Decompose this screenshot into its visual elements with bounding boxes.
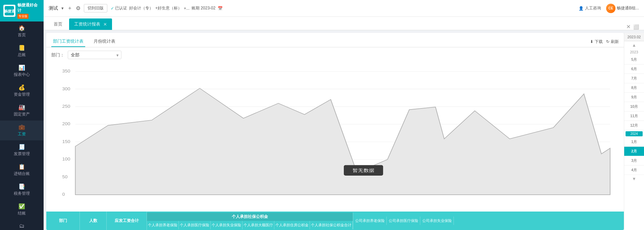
sidebar-item-sales[interactable]: 📋 进销台账 [0, 160, 44, 180]
sales-icon: 📋 [18, 164, 25, 170]
main-panel: 部门工资统计表 月份统计表 ⬇ 下载 ↻ 刷新 [46, 33, 624, 230]
refresh-button[interactable]: ↻ 刷新 [606, 39, 619, 45]
download-button[interactable]: ⬇ 下载 [590, 39, 603, 45]
tab-home-label: 首页 [54, 21, 62, 27]
download-label: 下载 [595, 39, 603, 45]
badge-certified-label: 已认证 [115, 5, 127, 11]
col-total-salary: 应发工资合计 [107, 212, 147, 230]
date-month-6[interactable]: 6月 [624, 64, 644, 74]
topbar-right: 👤 人工咨询 CE 畅捷通B组... [579, 4, 639, 13]
badge-good-accounting: 好会计（专） [129, 5, 153, 11]
y-label-50: 50 [62, 175, 68, 179]
ai-consult-label: 人工咨询 [585, 5, 601, 11]
y-label-200: 200 [62, 122, 70, 126]
subtab-bar: 部门工资统计表 月份统计表 ⬇ 下载 ↻ 刷新 [46, 33, 624, 47]
y-label-350: 350 [62, 69, 70, 74]
subtab-actions: ⬇ 下载 ↻ 刷新 [590, 39, 619, 45]
subtab-dept[interactable]: 部门工资统计表 [51, 36, 85, 47]
date-year-2023: 2023 [624, 49, 644, 55]
date-nav-down[interactable]: ▼ [624, 175, 644, 183]
user-profile-button[interactable]: CE 畅捷通B组... [606, 4, 639, 13]
date-nav-up[interactable]: ▲ [624, 41, 644, 49]
date-month-8[interactable]: 8月 [624, 83, 644, 93]
topbar-title: 测试 [49, 5, 58, 11]
filter-bar: 部门： 全部 行政部 销售部 技术部 财务部 [46, 47, 624, 62]
tab-salary-report[interactable]: 工资统计报表 ✕ [69, 18, 112, 30]
date-sidebar: 2023.02 ▲ 2023 5月 6月 7月 8月 9月 10月 11月 12… [624, 33, 644, 230]
col-group-personal-cells: 个人承担养老保险 个人承担医疗保险 个人承担失业保险 个人承担大额医疗 个人承担… [147, 221, 353, 229]
sidebar-label-tax: 税务管理 [14, 191, 30, 196]
tab-close-button[interactable]: ✕ [103, 22, 107, 27]
subtab-monthly[interactable]: 月份统计表 [92, 36, 117, 47]
tab-salary-report-label: 工资统计报表 [74, 21, 100, 27]
y-label-300: 300 [62, 86, 70, 91]
col-company-unemployment: 公司承担失业保险 [420, 217, 454, 225]
sidebar-item-salary[interactable]: 💼 工资 [0, 121, 44, 140]
ledger-icon: 📒 [18, 45, 25, 51]
y-label-150: 150 [62, 139, 70, 144]
date-month-9[interactable]: 9月 [624, 93, 644, 102]
date-month-12[interactable]: 12月 [624, 121, 644, 130]
sidebar-item-funds[interactable]: 💰 资金管理 [0, 81, 44, 101]
col-count: 人数 [80, 212, 107, 230]
archive-icon: 🗂 [19, 223, 24, 229]
date-month-10[interactable]: 10月 [624, 102, 644, 111]
switch-version-button[interactable]: 切到旧版 [84, 4, 107, 12]
sidebar-logo: 畅捷通 畅捷通好会计 专业版 [0, 0, 44, 21]
col-personal-housing-fund: 个人承担住房公积金 [274, 221, 310, 229]
invoices-icon: 🧾 [18, 144, 25, 150]
tab-home[interactable]: 首页 [49, 18, 67, 30]
chart-area-fill [75, 88, 610, 195]
sidebar-label-assets: 固定资产 [14, 111, 30, 117]
tax-icon: 📑 [18, 183, 25, 190]
date-month-2-active[interactable]: 2月 [624, 147, 644, 156]
download-icon: ⬇ [590, 39, 593, 44]
topbar-badges: ✓ 已认证 好会计（专） +好生意（标） +... 账期 2023-02 📅 [111, 5, 575, 11]
salary-icon: 💼 [18, 124, 25, 130]
topbar-settings-button[interactable]: ⚙ [76, 5, 80, 11]
topbar-title-dropdown[interactable]: ▾ [61, 6, 64, 11]
y-label-250: 250 [62, 104, 70, 109]
col-personal-total: 个人承担社保公积金合计 [310, 221, 353, 229]
col-group-personal-header: 个人承担社保公积金 [147, 213, 353, 221]
col-personal-unemployment: 个人承担失业保险 [211, 221, 243, 229]
department-select[interactable]: 全部 行政部 销售部 技术部 财务部 [68, 51, 121, 59]
sidebar-item-reports[interactable]: 📊 报表中心 [0, 61, 44, 81]
sidebar-item-assets[interactable]: 🏭 固定资产 [0, 101, 44, 121]
calendar-icon[interactable]: 📅 [218, 6, 223, 11]
date-month-1[interactable]: 1月 [624, 137, 644, 147]
col-group-personal: 个人承担社保公积金 个人承担养老保险 个人承担医疗保险 个人承担失业保险 个人承… [147, 213, 353, 229]
tab-close-all-button[interactable]: ✕ [626, 24, 631, 30]
sidebar-item-tax[interactable]: 📑 税务管理 [0, 180, 44, 200]
sidebar-item-settlement[interactable]: ✅ 结账 [0, 200, 44, 220]
avatar-text: CE [608, 6, 613, 10]
reports-icon: 📊 [18, 64, 25, 71]
date-month-11[interactable]: 11月 [624, 111, 644, 121]
subtab-monthly-label: 月份统计表 [94, 39, 115, 44]
date-month-7[interactable]: 7月 [624, 74, 644, 83]
tab-maximize-button[interactable]: ⬜ [633, 24, 639, 30]
sidebar-label-settlement: 结账 [18, 211, 26, 216]
ai-consult-button[interactable]: 👤 人工咨询 [579, 5, 601, 11]
ai-icon: 👤 [579, 6, 584, 11]
refresh-label: 刷新 [611, 39, 619, 45]
main-area: 测试 ▾ ＋ ⚙ 切到旧版 ✓ 已认证 好会计（专） +好生意（标） +... … [44, 0, 644, 230]
y-label-100: 100 [62, 157, 70, 162]
badge-good-biz: +好生意（标） [155, 5, 182, 11]
sidebar-item-archive[interactable]: 🗂 归档管理 [0, 220, 44, 230]
topbar-add-button[interactable]: ＋ [67, 5, 72, 12]
sidebar-item-ledger[interactable]: 📒 总账 [0, 41, 44, 61]
date-month-4[interactable]: 4月 [624, 166, 644, 175]
sidebar-item-invoices[interactable]: 🧾 发票管理 [0, 140, 44, 160]
date-current-label[interactable]: 2023.02 [624, 33, 644, 41]
sidebar-item-home[interactable]: 🏠 首页 [0, 21, 44, 41]
content-area: 部门工资统计表 月份统计表 ⬇ 下载 ↻ 刷新 [44, 30, 644, 230]
home-icon: 🏠 [18, 25, 25, 31]
date-month-3[interactable]: 3月 [624, 156, 644, 166]
salary-chart: 350 300 250 200 150 100 50 0 [51, 66, 619, 208]
logo-icon: 畅捷通 [3, 5, 15, 17]
date-month-5[interactable]: 5月 [624, 55, 644, 64]
tabbar: 首页 工资统计报表 ✕ ✕ ⬜ [44, 17, 644, 30]
filter-label: 部门： [51, 52, 64, 58]
badge-certified: ✓ 已认证 [111, 5, 127, 11]
